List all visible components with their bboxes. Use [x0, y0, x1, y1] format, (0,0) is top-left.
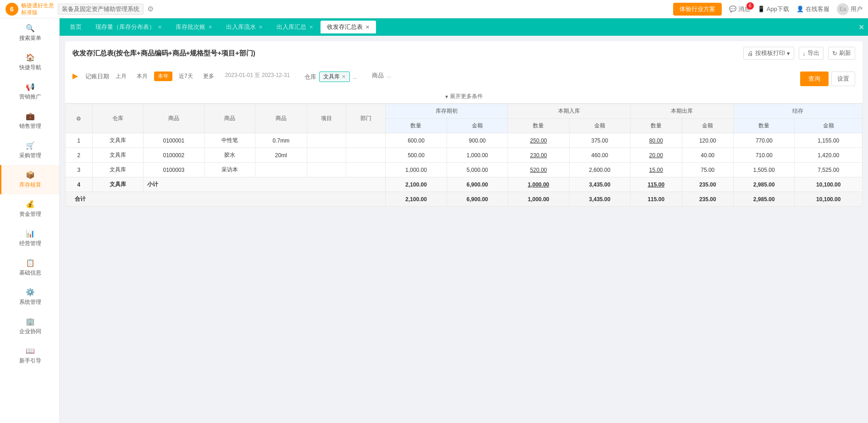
message-button[interactable]: 💬 消息 6: [729, 5, 750, 13]
cell-out-amt: 40.00: [682, 148, 733, 163]
th-product-spec: 商品: [255, 104, 307, 133]
sidebar-item-marketing[interactable]: 📢 营销推广: [0, 77, 59, 106]
cell-in-amt: 460.00: [569, 148, 630, 163]
total-out-qty: 115.00: [630, 192, 682, 207]
cell-in-qty[interactable]: 230.00: [508, 148, 569, 163]
cell-opening-amt: 5,000.00: [447, 163, 508, 177]
expand-button[interactable]: ▾ 展开更多条件: [445, 93, 483, 100]
cell-opening-qty: 500.00: [386, 148, 447, 163]
th-project: 项目: [307, 104, 346, 133]
tab-inout-flow[interactable]: 出入库流水 ✕: [220, 21, 269, 33]
user-button[interactable]: Ea 用户: [837, 3, 862, 15]
cell-out-qty[interactable]: 15.00: [630, 163, 682, 177]
cell-out-qty[interactable]: 20.00: [630, 148, 682, 163]
goods-filter: 商品 ...: [372, 71, 391, 80]
print-button[interactable]: 🖨 按模板打印 ▾: [743, 47, 794, 60]
tab-bar-close[interactable]: ✕: [858, 23, 864, 32]
header-left: 6 畅捷通好生意 标准版 装备及固定资产辅助管理系统 ⚙: [6, 2, 154, 16]
query-button[interactable]: 查询: [800, 71, 829, 86]
sidebar-item-guide[interactable]: 📖 新手引导: [0, 341, 59, 370]
subtotal-index: 4: [66, 177, 93, 192]
sidebar-item-inventory[interactable]: 📦 库存核算: [0, 165, 59, 194]
total-out-amt: 235.00: [682, 192, 733, 207]
date-filter: 记账日期 上月 本月 本年 近7天 更多: [85, 71, 218, 81]
date-btn-this-month[interactable]: 本月: [133, 71, 151, 81]
tab-close-inout-summary[interactable]: ✕: [309, 24, 313, 30]
export-button[interactable]: ↓ 导出: [799, 47, 824, 60]
tab-inventory-dist[interactable]: 现存量（库存分布表） ✕: [89, 21, 168, 33]
cell-project: [307, 133, 346, 148]
book-icon: 📖: [26, 346, 35, 355]
sidebar-item-finance[interactable]: 💰 资金管理: [0, 194, 59, 224]
tab-receive-summary[interactable]: 收发存汇总表 ✕: [321, 21, 376, 33]
table-row: 1 文具库 0100001 中性笔 0.7mm 600.00 900.00 25…: [66, 133, 862, 148]
cell-product-code: 0100003: [143, 163, 204, 177]
total-balance-qty: 2,985.00: [734, 192, 795, 207]
sidebar-item-sales[interactable]: 💼 销售管理: [0, 106, 59, 136]
avatar: Ea: [837, 3, 849, 15]
date-options: 上月 本月 本年 近7天 更多: [112, 71, 218, 81]
sidebar-item-enterprise[interactable]: 🏢 企业协同: [0, 312, 59, 341]
dropdown-icon: ▾: [787, 50, 790, 57]
subtotal-out-amt: 235.00: [682, 177, 733, 192]
sidebar-item-operations[interactable]: 📊 经营管理: [0, 224, 59, 253]
th-opening-amt: 金额: [447, 119, 508, 133]
cell-out-qty[interactable]: 80.00: [630, 133, 682, 148]
warehouse-label: 仓库: [304, 73, 316, 81]
cell-balance-amt: 7,525.00: [795, 163, 862, 177]
filter-row: ▶ 记账日期 上月 本月 本年 近7天 更多 2023-01-01 至: [65, 68, 862, 90]
tab-close-inout-flow[interactable]: ✕: [259, 24, 263, 30]
warehouse-more[interactable]: ...: [353, 74, 357, 80]
top-header: 6 畅捷通好生意 标准版 装备及固定资产辅助管理系统 ⚙ 体验行业方案 💬 消息…: [0, 0, 868, 18]
date-btn-last-month[interactable]: 上月: [112, 71, 130, 81]
title-row: 收发存汇总表(按仓库+商品编码+商品+规格型号+项目+部门) 🖨 按模板打印 ▾…: [65, 41, 862, 63]
tab-close-batch[interactable]: ✕: [208, 24, 212, 30]
collapse-button[interactable]: ▶: [72, 71, 78, 80]
subtotal-out-qty[interactable]: 115.00: [630, 177, 682, 192]
cell-in-qty[interactable]: 520.00: [508, 163, 569, 177]
total-opening-qty: 2,100.00: [386, 192, 447, 207]
brand-text: 畅捷通好生意 标准版: [21, 2, 54, 16]
goods-more[interactable]: ...: [387, 72, 391, 79]
sidebar-item-system[interactable]: ⚙️ 系统管理: [0, 282, 59, 312]
warehouse-tag-close[interactable]: ✕: [342, 74, 346, 80]
tab-inout-summary[interactable]: 出入库汇总 ✕: [270, 21, 320, 33]
refresh-button[interactable]: ↻ 刷新: [828, 47, 855, 60]
settings-icon[interactable]: ⚙: [147, 5, 154, 13]
sidebar-item-basic[interactable]: 📋 基础信息: [0, 253, 59, 282]
message-icon: 💬: [729, 5, 736, 12]
settings-icon[interactable]: ⚙: [76, 115, 81, 122]
th-balance-amt: 金额: [795, 119, 862, 133]
total-in-qty: 1,000.00: [508, 192, 569, 207]
subtotal-row: 4 文具库 小计 2,100.00 6,900.00 1,000.00 3,43…: [66, 177, 862, 192]
date-btn-this-year[interactable]: 本年: [154, 71, 172, 81]
tab-close-inventory-dist[interactable]: ✕: [158, 24, 162, 30]
th-settings[interactable]: ⚙: [66, 104, 93, 133]
subtotal-in-qty[interactable]: 1,000.00: [508, 177, 569, 192]
cell-product-spec: 0.7mm: [255, 133, 307, 148]
app-download-button[interactable]: 📱 App下载: [757, 5, 789, 13]
date-btn-7days[interactable]: 近7天: [175, 71, 197, 81]
online-service-button[interactable]: 👤 在线客服: [796, 5, 829, 13]
sidebar-label-search: 搜索菜单: [19, 34, 41, 42]
cell-product-name: 胶水: [205, 148, 255, 163]
sidebar-item-quicknav[interactable]: 🏠 快捷导航: [0, 48, 59, 77]
date-btn-more[interactable]: 更多: [199, 71, 218, 81]
th-balance-qty: 数量: [734, 119, 795, 133]
tab-close-receive-summary[interactable]: ✕: [365, 24, 370, 30]
building-icon: 🏢: [26, 317, 35, 326]
warehouse-tag[interactable]: 文具库 ✕: [319, 71, 350, 82]
box-icon: 📦: [26, 170, 35, 179]
trial-button[interactable]: 体验行业方案: [673, 3, 722, 16]
filter-section: 收发存汇总表(按仓库+商品编码+商品+规格型号+项目+部门) 🖨 按模板打印 ▾…: [65, 41, 862, 104]
sidebar-item-search[interactable]: 🔍 搜索菜单: [0, 18, 59, 48]
refresh-icon: ↻: [832, 50, 837, 57]
set-button[interactable]: 设置: [831, 71, 855, 86]
tab-batch[interactable]: 库存批次账 ✕: [169, 21, 219, 33]
cell-product-code: 0100002: [143, 148, 204, 163]
cell-balance-amt: 1,155.00: [795, 133, 862, 148]
tab-home[interactable]: 首页: [63, 21, 88, 33]
cell-in-qty[interactable]: 250.00: [508, 133, 569, 148]
sidebar-item-purchase[interactable]: 🛒 采购管理: [0, 136, 59, 165]
briefcase-icon: 💼: [26, 112, 35, 121]
